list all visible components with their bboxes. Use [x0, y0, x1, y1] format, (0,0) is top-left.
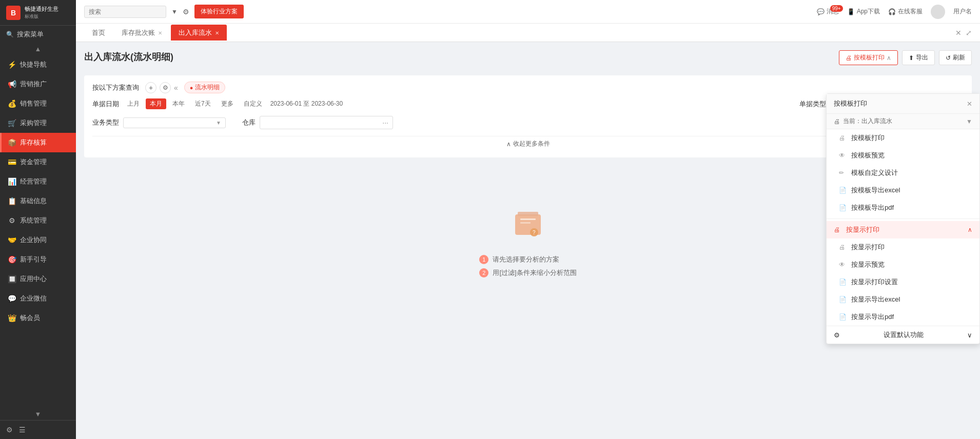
date-btn-prev-month[interactable]: 上月: [123, 98, 144, 109]
dropdown-header-actions: ✕: [967, 100, 972, 108]
date-btn-current-year[interactable]: 本年: [168, 98, 189, 109]
dropdown-current: 🖨 当前：出入库流水 ▼: [827, 114, 979, 129]
topbar-right: 💬 消息 99+ 📱 App下载 🎧 在线客服 用户名: [817, 5, 972, 19]
quick-nav-icon: ⚡: [8, 61, 16, 69]
settings-icon[interactable]: ⚙: [6, 426, 13, 434]
sidebar-item-vip[interactable]: 👑 畅会员: [0, 308, 76, 328]
sidebar-item-weapp[interactable]: 💬 企业微信: [0, 289, 76, 308]
purchase-icon: 🛒: [8, 119, 16, 127]
date-btn-current-month[interactable]: 本月: [146, 98, 166, 109]
sidebar-item-label: 系统管理: [20, 216, 47, 225]
tab-batch-close[interactable]: ✕: [158, 30, 162, 36]
svg-rect-3: [520, 222, 531, 224]
username[interactable]: 用户名: [953, 7, 972, 16]
dropdown-footer-icon: ⚙: [834, 331, 840, 339]
sidebar-item-marketing[interactable]: 📢 营销推广: [0, 74, 76, 94]
export-btn[interactable]: ⬆ 导出: [902, 50, 935, 65]
dropdown-template-pdf[interactable]: 📄 按模板导出pdf: [827, 199, 979, 216]
tab-batch-label: 库存批次账: [122, 28, 155, 37]
display-print-label: 按显示打印: [851, 243, 885, 252]
sidebar-item-purchase[interactable]: 🛒 采购管理: [0, 113, 76, 133]
template-custom-label: 模板自定义设计: [851, 168, 898, 177]
print-chevron[interactable]: ∧: [887, 54, 891, 62]
empty-steps: 1 请先选择要分析的方案 2 用[过滤]条件来缩小分析范围: [479, 255, 576, 277]
tab-batch[interactable]: 库存批次账 ✕: [114, 25, 170, 41]
dropdown-display-print-header[interactable]: 🖨 按显示打印 ∧: [827, 221, 979, 238]
dropdown-close-icon[interactable]: ✕: [967, 100, 972, 108]
export-icon: ⬆: [909, 54, 914, 62]
vip-icon: 👑: [8, 314, 16, 322]
filter-add-btn[interactable]: +: [145, 82, 156, 93]
dropdown-template-excel[interactable]: 📄 按模板导出excel: [827, 182, 979, 199]
warehouse-more-icon[interactable]: ···: [382, 118, 388, 127]
svg-rect-2: [520, 218, 536, 220]
warehouse-select[interactable]: ···: [260, 116, 393, 129]
inventory-icon: 📦: [8, 138, 16, 147]
collapse-up-icon: ∧: [506, 141, 511, 148]
pdf-icon: 📄: [839, 204, 847, 211]
sidebar-item-guide[interactable]: 🎯 新手引导: [0, 250, 76, 269]
dropdown-template-print[interactable]: 🖨 按模板打印: [827, 129, 979, 147]
sidebar-item-basic[interactable]: 📋 基础信息: [0, 191, 76, 211]
main-content: ▼ ⚙ 体验行业方案 💬 消息 99+ 📱 App下载 🎧 在线客服 用户: [76, 0, 980, 439]
msg-btn[interactable]: 💬 消息 99+: [817, 7, 839, 16]
sidebar-item-inventory[interactable]: 📦 库存核算: [0, 133, 76, 152]
topbar-dropdown-arrow[interactable]: ▼: [171, 8, 178, 15]
dropdown-display-preview[interactable]: 👁 按显示预览: [827, 256, 979, 273]
filter-chip[interactable]: ● 流水明细: [184, 82, 226, 93]
tab-close-all-icon[interactable]: ✕: [955, 29, 962, 37]
tab-expand-icon[interactable]: ⤢: [966, 29, 972, 37]
dropdown-display-print[interactable]: 🖨 按显示打印: [827, 238, 979, 256]
app-download-btn[interactable]: 📱 App下载: [847, 7, 880, 16]
sidebar-item-operation[interactable]: 📊 经营管理: [0, 172, 76, 191]
dropdown-template-preview[interactable]: 👁 按模板预览: [827, 147, 979, 164]
dropdown-footer-arrow: ∨: [967, 331, 972, 339]
sidebar-item-sales[interactable]: 💰 销售管理: [0, 94, 76, 113]
dropdown-template-custom[interactable]: ✏ 模板自定义设计: [827, 164, 979, 182]
date-btn-custom[interactable]: 自定义: [240, 98, 266, 109]
service-btn[interactable]: 🎧 在线客服: [888, 7, 923, 16]
topbar-gear-icon[interactable]: ⚙: [183, 8, 189, 16]
filter-collapse-btn[interactable]: «: [174, 84, 178, 92]
print-btn[interactable]: 🖨 按模板打印 ∧: [839, 50, 898, 65]
search-icon: 🔍: [6, 31, 14, 38]
topbar-search-input[interactable]: [84, 6, 166, 18]
date-btn-last7[interactable]: 近7天: [191, 98, 215, 109]
display-print-header-icon: 🖨: [834, 226, 842, 233]
basic-icon: 📋: [8, 197, 16, 205]
sidebar-item-apps[interactable]: 🔲 应用中心: [0, 269, 76, 289]
user-avatar[interactable]: [931, 5, 945, 19]
dropdown-display-settings[interactable]: 📄 按显示打印设置: [827, 273, 979, 291]
tab-home[interactable]: 首页: [84, 25, 113, 41]
sidebar-item-system[interactable]: ⚙ 系统管理: [0, 211, 76, 230]
biz-type-section: 业务类型 ▼: [92, 117, 226, 128]
sidebar-item-quick-nav[interactable]: ⚡ 快捷导航: [0, 55, 76, 74]
filter-title-label: 按以下方案查询: [92, 83, 139, 92]
dropdown-display-excel[interactable]: 📄 按显示导出excel: [827, 291, 979, 308]
current-arrow[interactable]: ▼: [966, 118, 972, 125]
template-pdf-label: 按模板导出pdf: [851, 203, 894, 212]
chip-label: 流水明细: [195, 83, 220, 92]
dropdown-footer[interactable]: ⚙ 设置默认功能 ∨: [827, 326, 979, 344]
msg-icon: 💬: [817, 8, 825, 15]
sidebar-search[interactable]: 🔍 搜索菜单: [0, 26, 76, 43]
refresh-btn[interactable]: ↺ 刷新: [939, 50, 972, 65]
tabbar-controls: ✕ ⤢: [955, 29, 972, 37]
empty-step-2: 2 用[过滤]条件来缩小分析范围: [479, 268, 576, 277]
menu-toggle-icon[interactable]: ☰: [19, 426, 26, 434]
sidebar-item-finance[interactable]: 💳 资金管理: [0, 152, 76, 172]
dropdown-display-pdf[interactable]: 📄 按显示导出pdf: [827, 308, 979, 326]
tab-flow[interactable]: 出入库流水 ✕: [171, 25, 227, 41]
sidebar-item-corp[interactable]: 🤝 企业协同: [0, 230, 76, 250]
scroll-up-btn[interactable]: ▲: [0, 43, 76, 55]
scroll-down-btn[interactable]: ▼: [0, 408, 76, 420]
date-btn-more[interactable]: 更多: [217, 98, 238, 109]
template-preview-label: 按模板预览: [851, 151, 885, 160]
biz-type-select[interactable]: ▼: [123, 117, 226, 128]
logo-text: 畅捷通好生意: [25, 5, 58, 13]
industry-btn[interactable]: 体验行业方案: [194, 5, 244, 18]
tab-flow-close[interactable]: ✕: [215, 30, 219, 36]
filter-settings-btn[interactable]: ⚙: [160, 82, 171, 93]
biz-type-arrow: ▼: [216, 120, 221, 126]
sidebar: B 畅捷通好生意 标准版 🔍 搜索菜单 ▲ ⚡ 快捷导航 📢 营销推广 💰 销售…: [0, 0, 76, 439]
